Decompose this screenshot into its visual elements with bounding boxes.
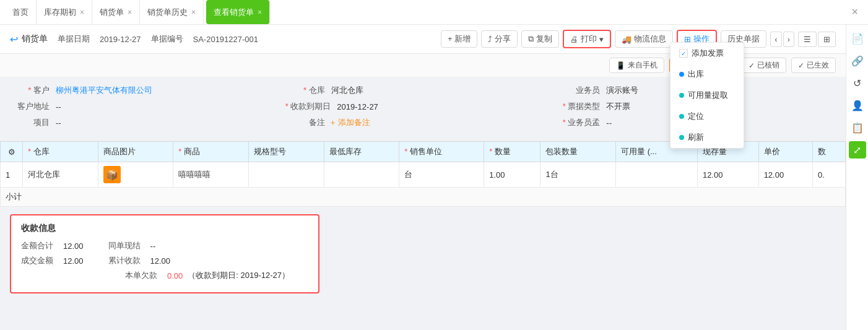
sidebar-note-icon[interactable]: 📋 <box>849 119 866 136</box>
salesperson-label: 业务员 <box>560 85 604 96</box>
customer-value[interactable]: 柳州粤港平安气体有限公司 <box>53 85 155 96</box>
product-image: 📦 <box>103 166 121 183</box>
sidebar-user-icon[interactable]: 👤 <box>849 97 866 114</box>
doc-header: ↩ 销货单 单据日期 2019-12-27 单据编号 SA-20191227-0… <box>0 25 846 54</box>
payment-date-label: 收款到期日 <box>285 101 335 112</box>
sidebar-link-icon[interactable]: 🔗 <box>849 52 866 69</box>
col-quantity: * 数量 <box>484 142 540 162</box>
transaction-amount-item: 成交金额 12.00 <box>21 255 84 266</box>
tab-sales-history[interactable]: 销货单历史 × <box>140 0 204 24</box>
transaction-amount-label: 成交金额 <box>21 255 58 266</box>
tab-sales[interactable]: 销货单 × <box>92 0 140 24</box>
project-value: -- <box>53 118 64 128</box>
transaction-amount-value: 12.00 <box>63 256 84 266</box>
cumulative-receipt-item: 累计收款 12.00 <box>108 255 171 266</box>
nav-arrows: ‹ › <box>770 32 794 47</box>
col-min-stock: 最低库存 <box>324 142 399 162</box>
cumulative-receipt-label: 累计收款 <box>108 255 145 266</box>
note-field: 备注 ＋ 添加备注 <box>285 117 561 128</box>
cell-current-stock: 12.00 <box>697 162 758 188</box>
tab-view-sales[interactable]: 查看销货单 × <box>206 0 270 24</box>
cumulative-receipt-value: 12.00 <box>150 256 171 266</box>
cell-unit-price: 12.00 <box>758 162 812 188</box>
logistics-icon: 🚚 <box>622 35 631 44</box>
same-order-settle-value: -- <box>150 241 156 251</box>
project-field: 项目 -- <box>10 117 285 128</box>
close-all-button[interactable]: × <box>846 6 863 19</box>
payment-row-3: 本单欠款 0.00 （收款到期日: 2019-12-27） <box>21 270 308 281</box>
salesperson-value: 演示账号 <box>604 85 641 96</box>
doc-icon: ↩ <box>10 33 18 45</box>
warehouse-label: 仓库 <box>285 85 329 96</box>
col-settings[interactable]: ⚙ <box>1 142 23 162</box>
balance-note: （收款到期日: 2019-12-27） <box>188 270 290 281</box>
warehouse-field: 仓库 河北仓库 <box>285 85 561 96</box>
plus-icon: ＋ <box>329 117 337 128</box>
ticket-type-label: 票据类型 <box>560 101 604 112</box>
doc-title-text: 销货单 <box>22 33 48 45</box>
addr-value: -- <box>53 102 64 111</box>
dropdown-add-invoice[interactable]: ✓ 添加发票 <box>671 43 744 64</box>
from-phone-button[interactable]: 📱 来自手机 <box>609 58 664 73</box>
customer-field: 客户 柳州粤港平安气体有限公司 <box>10 85 285 96</box>
cell-min-stock <box>324 162 399 188</box>
confirmed-button[interactable]: ✓ 已核销 <box>742 58 786 73</box>
add-note-button[interactable]: ＋ 添加备注 <box>329 117 370 128</box>
next-arrow[interactable]: › <box>783 32 794 47</box>
sidebar-doc-icon[interactable]: 📄 <box>849 30 866 47</box>
current-balance-label: 本单欠款 <box>125 270 162 281</box>
dot-teal-icon-2 <box>679 114 684 119</box>
ticket-type-value: 不开票 <box>604 101 633 112</box>
doc-actions: + 新增 ⤴ 分享 ⧉ 复制 🖨 打印 ▾ 🚚 物流信息 <box>441 30 836 48</box>
copy-button[interactable]: ⧉ 复制 <box>521 30 559 48</box>
share-icon: ⤴ <box>488 35 492 44</box>
note-label: 备注 <box>285 117 329 128</box>
dropdown-quantity-extract[interactable]: 可用量提取 <box>671 85 744 106</box>
add-button[interactable]: + 新增 <box>441 30 477 48</box>
tab-sales-history-close[interactable]: × <box>191 8 196 17</box>
print-icon: 🖨 <box>570 35 578 44</box>
addr-field: 客户地址 -- <box>10 101 285 112</box>
cell-warehouse: 河北仓库 <box>23 162 98 188</box>
doc-title: ↩ 销货单 <box>10 33 48 45</box>
doc-number-value: SA-20191227-001 <box>193 35 259 44</box>
cell-product: 嘻嘻嘻嘻 <box>173 162 249 188</box>
cell-available <box>616 162 698 188</box>
list-view-btn[interactable]: ☰ <box>798 32 817 47</box>
amount-total-label: 金额合计 <box>21 240 58 251</box>
grid-view-btn[interactable]: ⊞ <box>818 32 836 47</box>
subtotal-cell: 小计 <box>1 188 846 207</box>
print-button[interactable]: 🖨 打印 ▾ <box>563 30 611 48</box>
effective-button[interactable]: ✓ 已生效 <box>791 58 836 73</box>
copy-icon: ⧉ <box>528 34 534 44</box>
cell-amount: 0. <box>813 162 846 188</box>
col-spec: 规格型号 <box>248 142 324 162</box>
sidebar-refresh-icon[interactable]: ↺ <box>849 74 866 92</box>
share-button[interactable]: ⤴ 分享 <box>481 30 518 48</box>
tab-home[interactable]: 首页 <box>5 0 37 24</box>
prev-arrow[interactable]: ‹ <box>770 32 781 47</box>
tab-view-sales-close[interactable]: × <box>258 8 262 17</box>
dot-teal-icon-1 <box>679 93 684 98</box>
payment-row-2: 成交金额 12.00 累计收款 12.00 <box>21 255 308 266</box>
cell-sales-unit: 台 <box>399 162 484 188</box>
logistics-button[interactable]: 🚚 物流信息 <box>615 30 673 48</box>
dropdown-refresh[interactable]: 刷新 <box>671 127 744 148</box>
cell-pack-qty: 1台 <box>540 162 616 188</box>
tab-inventory-close[interactable]: × <box>80 8 84 17</box>
cell-row-num: 1 <box>1 162 23 188</box>
dropdown-locate[interactable]: 定位 <box>671 106 744 127</box>
amount-total-item: 金额合计 12.00 <box>21 240 84 251</box>
payment-date-field: 收款到期日 2019-12-27 <box>285 101 561 112</box>
tab-sales-close[interactable]: × <box>128 8 132 17</box>
dropdown-outbound[interactable]: 出库 <box>671 64 744 85</box>
tab-inventory[interactable]: 库存期初 × <box>37 0 92 24</box>
same-order-settle-label: 同单现结 <box>108 240 145 251</box>
sidebar-expand-icon[interactable]: ⤢ <box>849 141 866 158</box>
tab-bar: 首页 库存期初 × 销货单 × 销货单历史 × 查看销货单 × × <box>0 0 868 25</box>
table-row: 1 河北仓库 📦 嘻嘻嘻嘻 台 1.00 1台 12.00 12.0 <box>1 162 846 188</box>
customer-label: 客户 <box>10 85 53 96</box>
current-balance-value: 0.00 <box>167 271 183 280</box>
agent-label: 业务员孟 <box>560 117 604 128</box>
dot-teal-icon-3 <box>679 135 684 140</box>
